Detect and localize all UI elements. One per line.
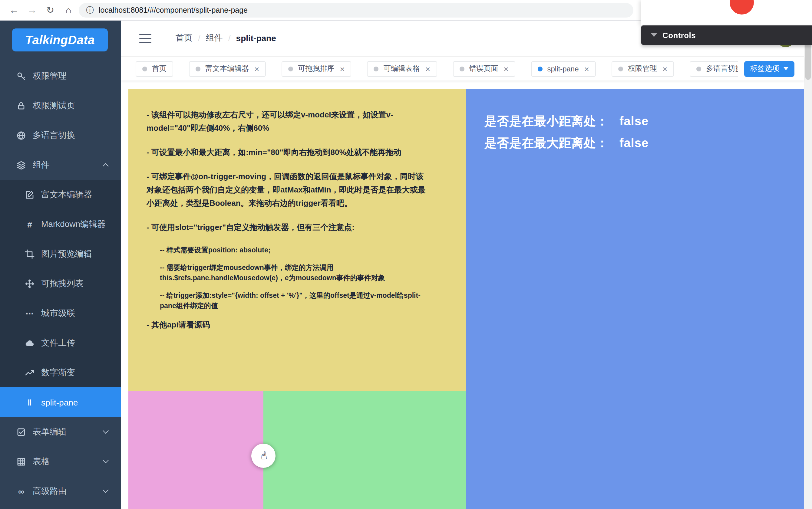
sidebar-item-components[interactable]: 组件 — [0, 150, 121, 180]
hash-icon: # — [24, 219, 35, 230]
sidebar-item-label: 数字渐变 — [41, 367, 75, 378]
tag-options-label: 标签选项 — [750, 64, 779, 74]
tag-options-button[interactable]: 标签选项 — [744, 61, 794, 76]
at-max-label: 是否是在最大距离处： — [484, 136, 609, 149]
tag-label: 多语言切换 — [706, 64, 742, 74]
browser-home-icon[interactable]: ⌂ — [61, 2, 76, 18]
doc-sub-paragraph: -- 需要给trigger绑定mousedown事件，绑定的方法调用 this.… — [160, 263, 431, 283]
browser-reload-icon[interactable]: ↻ — [42, 2, 58, 18]
page-scrollbar[interactable] — [804, 21, 812, 509]
tag-dot-icon — [142, 66, 147, 71]
sidebar-menu: 权限管理 权限测试页 多语言切换 组件 富文本编辑器 # Markdown — [0, 61, 121, 506]
sidebar-item-label: Markdown编辑器 — [41, 219, 106, 230]
tag-dot-icon — [459, 66, 464, 71]
browser-forward-icon[interactable]: → — [24, 2, 40, 18]
nested-right-pane — [263, 391, 466, 509]
breadcrumb-section[interactable]: 组件 — [206, 33, 223, 43]
sidebar-item-label: split-pane — [41, 397, 78, 407]
doc-paragraph: - 可绑定事件@on-trigger-moving，回调函数的返回值是鼠标事件对… — [147, 170, 431, 210]
sidebar-item-label: 权限测试页 — [33, 100, 75, 111]
sidebar-item-file-upload[interactable]: 文件上传 — [0, 328, 121, 358]
chevron-down-icon — [103, 457, 109, 463]
tag-editable-table[interactable]: 可编辑表格 × — [367, 61, 437, 76]
at-min-status: 是否是在最小距离处：false — [484, 113, 804, 130]
app-logo[interactable]: TalkingData — [12, 28, 108, 52]
main-content: - 该组件可以拖动修改左右尺寸，还可以绑定v-model来设置，如设置v-mod… — [121, 80, 804, 509]
sidebar-collapse-icon[interactable] — [139, 34, 151, 46]
controls-bar[interactable]: Controls — [641, 26, 812, 45]
app-window: ← → ↻ ⌂ ⓘ localhost:8081/#/component/spl… — [0, 0, 812, 509]
tag-dot-icon — [538, 66, 543, 71]
edit-icon — [24, 189, 35, 200]
sidebar-item-count-to[interactable]: 数字渐变 — [0, 358, 121, 387]
close-icon[interactable]: × — [662, 64, 667, 73]
lock-icon — [16, 100, 27, 111]
doc-paragraph: - 可使用slot="trigger"自定义拖动触发器，但有三个注意点: — [147, 221, 431, 234]
infinity-icon: ∞ — [16, 486, 27, 497]
tag-dot-icon — [288, 66, 293, 71]
breadcrumb-home[interactable]: 首页 — [175, 33, 193, 43]
opened-tags-bar: 首页 富文本编辑器 × 可拖拽排序 × 可编辑表格 × 错误页面 × split… — [121, 56, 804, 80]
split-pane-trigger-handle[interactable]: ☝ — [251, 444, 275, 468]
doc-sub-paragraph: -- 样式需要设置position: absolute; — [160, 245, 431, 256]
close-icon[interactable]: × — [340, 64, 345, 73]
sidebar-item-advanced-router[interactable]: ∞ 高级路由 — [0, 476, 121, 506]
sidebar-item-label: 文件上传 — [41, 337, 75, 348]
check-square-icon — [16, 427, 27, 437]
record-button[interactable] — [729, 0, 754, 14]
sidebar-item-image-preview-edit[interactable]: 图片预览编辑 — [0, 239, 121, 269]
sidebar-item-permission-management[interactable]: 权限管理 — [0, 61, 121, 91]
tag-dot-icon — [696, 66, 701, 71]
sidebar-item-permission-test[interactable]: 权限测试页 — [0, 91, 121, 121]
sidebar-item-label: 权限管理 — [33, 70, 67, 81]
url-text: localhost:8081/#/component/split-pane-pa… — [99, 6, 248, 14]
tag-dot-icon — [374, 66, 379, 71]
sidebar-item-label: 表单编辑 — [33, 427, 67, 437]
tag-drag-sort[interactable]: 可拖拽排序 × — [282, 61, 351, 76]
breadcrumb-current: split-pane — [236, 33, 276, 43]
address-bar[interactable]: ⓘ localhost:8081/#/component/split-pane-… — [79, 3, 634, 17]
ellipsis-icon: ⋯ — [24, 308, 35, 319]
caret-down-icon — [651, 33, 657, 37]
tag-split-pane[interactable]: split-pane × — [531, 61, 596, 76]
caret-down-icon — [783, 67, 788, 70]
tag-label: 可拖拽排序 — [298, 64, 334, 74]
tag-label: 首页 — [152, 64, 166, 74]
tag-rich-text-editor[interactable]: 富文本编辑器 × — [189, 61, 266, 76]
browser-back-icon[interactable]: ← — [6, 2, 22, 18]
sidebar-item-split-pane[interactable]: ‖ split-pane — [0, 387, 121, 417]
layers-icon — [16, 160, 27, 170]
sidebar-item-i18n[interactable]: 多语言切换 — [0, 121, 121, 150]
close-icon[interactable]: × — [584, 64, 589, 73]
sidebar-item-table[interactable]: 表格 — [0, 447, 121, 476]
close-icon[interactable]: × — [504, 64, 508, 73]
nested-left-pane — [128, 391, 263, 509]
hand-cursor-icon: ☝ — [259, 449, 268, 463]
at-max-value: false — [619, 136, 649, 149]
key-icon — [16, 70, 27, 81]
sidebar-item-markdown-editor[interactable]: # Markdown编辑器 — [0, 209, 121, 239]
sidebar-item-draggable-list[interactable]: 可拖拽列表 — [0, 269, 121, 298]
tag-dot-icon — [618, 66, 623, 71]
sidebar: TalkingData 权限管理 权限测试页 多语言切换 组件 富 — [0, 21, 121, 509]
tag-permission-management[interactable]: 权限管理 × — [612, 61, 674, 76]
sidebar-item-label: 高级路由 — [33, 486, 67, 497]
sidebar-item-label: 城市级联 — [41, 308, 75, 319]
tag-home[interactable]: 首页 — [136, 61, 173, 76]
cloud-upload-icon — [24, 337, 35, 348]
table-icon — [16, 456, 27, 467]
at-min-value: false — [619, 114, 649, 128]
sidebar-item-label: 图片预览编辑 — [41, 248, 92, 259]
sidebar-item-rich-text-editor[interactable]: 富文本编辑器 — [0, 180, 121, 209]
sidebar-item-city-cascade[interactable]: ⋯ 城市级联 — [0, 298, 121, 328]
doc-paragraph: - 其他api请看源码 — [147, 318, 431, 332]
tag-error-page[interactable]: 错误页面 × — [453, 61, 515, 76]
close-icon[interactable]: × — [425, 64, 430, 73]
doc-paragraph: - 可设置最小和最大距离，如:min="80"即向右拖动到80%处就不能再拖动 — [147, 146, 431, 159]
doc-sub-paragraph: -- 给trigger添加:style="{width: offset + '%… — [160, 291, 431, 311]
close-icon[interactable]: × — [254, 64, 259, 73]
sidebar-item-form-edit[interactable]: 表单编辑 — [0, 417, 121, 447]
nested-split-pane: ☝ — [128, 391, 466, 509]
tag-label: 权限管理 — [628, 64, 657, 74]
site-info-icon[interactable]: ⓘ — [86, 4, 94, 15]
